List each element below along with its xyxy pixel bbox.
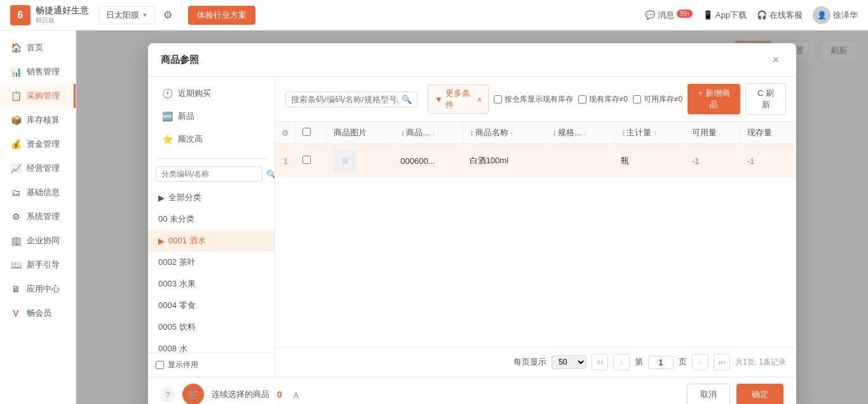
sidebar-item-vip[interactable]: V 畅会员 bbox=[0, 301, 76, 325]
prev-page-btn[interactable]: ‹ bbox=[613, 354, 630, 370]
show-disabled-label[interactable]: 显示停用 bbox=[168, 360, 198, 370]
nav-selector[interactable]: 日太阳膜 ▼ bbox=[99, 6, 155, 24]
operations-icon: 📈 bbox=[10, 163, 22, 173]
category-all[interactable]: ▶ 全部分类 bbox=[148, 187, 275, 208]
chevron-down-icon: ▼ bbox=[142, 11, 148, 18]
user-area[interactable]: 👤 徐泽华 bbox=[813, 6, 858, 24]
more-filters-button[interactable]: ▼ 更多条件 ∧ bbox=[428, 84, 489, 114]
category-search-input[interactable] bbox=[156, 166, 262, 182]
tab-frequent[interactable]: ⭐ 频次高 bbox=[156, 129, 267, 149]
category-tea[interactable]: 0002 茶叶 bbox=[148, 252, 275, 273]
sidebar-item-purchase[interactable]: 📋 采购管理 bbox=[0, 84, 76, 108]
basic-info-icon: 🗂 bbox=[10, 187, 22, 198]
filter-caret-icon: ∧ bbox=[477, 96, 482, 103]
app-download-btn[interactable]: 📱 App下载 bbox=[703, 10, 747, 21]
sidebar-item-enterprise[interactable]: 🏢 企业协同 bbox=[0, 229, 76, 253]
caret-icon: ▶ bbox=[158, 193, 165, 203]
modal-close-button[interactable]: × bbox=[768, 52, 783, 67]
available-stock-checkbox[interactable] bbox=[633, 95, 641, 104]
col-unit[interactable]: ↕主计量 bbox=[614, 122, 686, 144]
trial-button[interactable]: 体验行业方案 bbox=[188, 6, 255, 25]
category-water[interactable]: 0008 水 bbox=[148, 338, 275, 353]
col-settings[interactable]: ⚙ bbox=[275, 122, 296, 144]
first-page-btn[interactable]: ⏮ bbox=[592, 354, 608, 370]
warehouse-stock-checkbox[interactable] bbox=[494, 95, 502, 104]
row-num: 1 bbox=[275, 144, 296, 178]
row-image-cell: 🖼 bbox=[327, 144, 395, 178]
category-unclassified[interactable]: 00 未分类 bbox=[148, 208, 275, 230]
sidebar-item-finance[interactable]: 💰 资金管理 bbox=[0, 132, 76, 156]
product-table-wrap: ⚙ 商品图片 ↕商品... ↕商品名称 bbox=[275, 122, 796, 347]
tab-recent-purchase[interactable]: 🕐 近期购买 bbox=[156, 83, 267, 104]
mobile-icon: 📱 bbox=[703, 10, 713, 20]
col-spec[interactable]: ↕规格... bbox=[546, 122, 614, 144]
messages-btn[interactable]: 💬 消息 99+ bbox=[645, 10, 692, 21]
settings-icon-btn[interactable]: ⚙ bbox=[158, 5, 178, 25]
sidebar-item-home[interactable]: 🏠 首页 bbox=[0, 36, 76, 60]
product-search-icon[interactable]: 🔍 bbox=[402, 95, 412, 104]
page-number-input[interactable] bbox=[648, 356, 674, 369]
tab-new-products[interactable]: 🆕 新品 bbox=[156, 106, 267, 126]
sidebar-item-guide[interactable]: 📖 新手引导 bbox=[0, 253, 76, 277]
next-page-btn[interactable]: › bbox=[692, 354, 709, 370]
modal-title: 商品参照 bbox=[161, 54, 199, 66]
current-stock-filter[interactable]: 现有库存≠0 bbox=[578, 94, 628, 105]
col-name[interactable]: ↕商品名称 bbox=[463, 122, 546, 144]
warehouse-stock-filter[interactable]: 按仓库显示现有库存 bbox=[494, 94, 573, 105]
current-stock-checkbox[interactable] bbox=[578, 95, 587, 104]
sort-icon3: ↕ bbox=[552, 128, 557, 137]
sidebar: 🏠 首页 📊 销售管理 📋 采购管理 📦 库存核算 💰 资金管理 📈 经营管理 … bbox=[0, 30, 76, 404]
sidebar-item-basic-info[interactable]: 🗂 基础信息 bbox=[0, 180, 76, 205]
row-spec-cell bbox=[546, 144, 614, 178]
sidebar-item-inventory[interactable]: 📦 库存核算 bbox=[0, 108, 76, 132]
apps-icon: 🖥 bbox=[10, 284, 22, 294]
product-search-input[interactable] bbox=[291, 95, 398, 104]
col-code[interactable]: ↕商品... bbox=[394, 122, 463, 144]
message-badge: 99+ bbox=[677, 10, 692, 18]
col-stock: 现存量 bbox=[741, 122, 796, 144]
collapse-cart-icon[interactable]: ∧ bbox=[292, 389, 300, 401]
nav-right: 💬 消息 99+ 📱 App下载 🎧 在线客服 👤 徐泽华 bbox=[645, 6, 858, 24]
avatar: 👤 bbox=[813, 6, 831, 24]
row-available-cell: -1 bbox=[686, 144, 741, 178]
refresh-button[interactable]: C 刷新 bbox=[745, 83, 786, 115]
available-stock-filter[interactable]: 可用库存≠0 bbox=[633, 94, 682, 105]
sidebar-item-system[interactable]: ⚙ 系统管理 bbox=[0, 205, 76, 229]
online-service-btn[interactable]: 🎧 在线客服 bbox=[757, 10, 803, 21]
help-icon-button[interactable]: ? bbox=[161, 387, 175, 401]
add-product-button[interactable]: + 新增商品 bbox=[688, 84, 740, 114]
page-size-label: 每页显示 bbox=[513, 356, 546, 368]
toolbar-right: + 新增商品 C 刷新 bbox=[688, 83, 786, 115]
category-fruit[interactable]: 0003 水果 bbox=[148, 273, 275, 295]
sidebar-item-apps[interactable]: 🖥 应用中心 bbox=[0, 277, 76, 301]
show-disabled-checkbox[interactable] bbox=[156, 361, 164, 369]
sidebar-item-sales[interactable]: 📊 销售管理 bbox=[0, 60, 76, 84]
category-alcohol[interactable]: ▶ 0001 酒水 bbox=[148, 230, 275, 252]
row-checkbox[interactable] bbox=[302, 156, 311, 164]
sidebar-item-operations[interactable]: 📈 经营管理 bbox=[0, 156, 76, 180]
select-all-checkbox[interactable] bbox=[302, 128, 311, 136]
category-search-icon[interactable]: 🔍 bbox=[266, 170, 275, 179]
row-stock-cell: -1 bbox=[741, 144, 796, 178]
cart-count: 0 bbox=[277, 389, 282, 400]
cancel-button[interactable]: 取消 bbox=[687, 384, 730, 404]
category-beverages[interactable]: 0005 饮料 bbox=[148, 316, 275, 338]
main-layout: 🏠 首页 📊 销售管理 📋 采购管理 📦 库存核算 💰 资金管理 📈 经营管理 … bbox=[0, 30, 868, 404]
logo-icon: 6 bbox=[10, 5, 31, 25]
table-row[interactable]: 1 🖼 000600... bbox=[275, 144, 796, 178]
modal-overlay: 商品参照 × 🕐 近期购买 🆕 bbox=[76, 30, 868, 404]
category-snacks[interactable]: 0004 零食 bbox=[148, 295, 275, 316]
vip-icon: V bbox=[10, 308, 22, 318]
product-search-bar: 🔍 bbox=[285, 91, 417, 107]
page-size-select[interactable]: 50 20 100 bbox=[552, 355, 587, 369]
page-label: 第 bbox=[635, 356, 643, 368]
last-page-btn[interactable]: ⏭ bbox=[714, 354, 730, 370]
cart-button[interactable]: 🛒 bbox=[182, 384, 204, 404]
enterprise-icon: 🏢 bbox=[10, 236, 22, 246]
footer-buttons: 取消 确定 bbox=[687, 384, 783, 404]
confirm-button[interactable]: 确定 bbox=[736, 384, 783, 404]
filter-icon: ▼ bbox=[435, 95, 443, 104]
inventory-icon: 📦 bbox=[10, 115, 22, 125]
content-area: 查询 设置 刷新 商品参照 × bbox=[76, 30, 868, 404]
col-available: 可用量 bbox=[686, 122, 741, 144]
